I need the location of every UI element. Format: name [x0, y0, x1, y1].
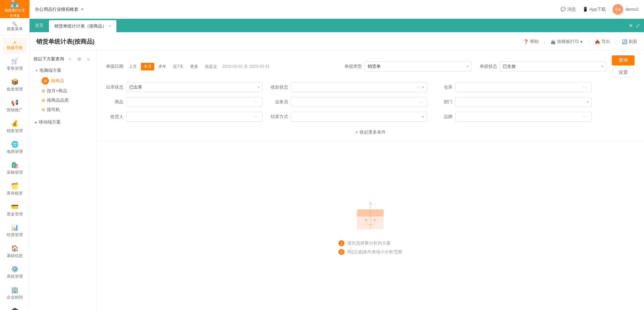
panel-collapse-btn[interactable]: «: [85, 55, 92, 63]
settlement-label: 结算方式: [268, 114, 288, 120]
sidebar-item-retail[interactable]: 🛒 零售管理: [0, 54, 30, 75]
brand-dots-icon[interactable]: ···: [583, 114, 587, 120]
sidebar-item-marketing[interactable]: 📢 营销推广: [0, 96, 30, 116]
app-download-btn[interactable]: 📱 App下载: [583, 6, 606, 12]
basic-icon: 🏠: [11, 245, 18, 252]
field-settlement: 结算方式 ▾: [268, 112, 427, 122]
sidebar-item-inventory[interactable]: 🗂️ 库存核算: [0, 179, 30, 200]
page-title: 销货单统计表(按商品): [36, 38, 95, 46]
date-tab-more[interactable]: 更多: [187, 63, 201, 70]
user-avatar: Ea: [612, 4, 623, 15]
tree-parent-mobile[interactable]: ▶ 移动端方案: [32, 117, 94, 127]
sidebar-item-guide[interactable]: 🎓 新手引导: [0, 304, 30, 310]
warehouse-dropdown[interactable]: ···: [455, 82, 592, 92]
payment-dropdown[interactable]: ··· ▾: [291, 82, 427, 92]
sidebar-item-finance[interactable]: 💳 资金管理: [0, 200, 30, 220]
doc-status-dropdown[interactable]: 已生效 ▾: [500, 61, 606, 71]
sidebar-item-wholesale[interactable]: 📦 批发管理: [0, 75, 30, 96]
sidebar-quick-nav[interactable]: ⚡ 快捷导航: [3, 38, 27, 53]
help-label: 帮助: [530, 39, 539, 45]
sidebar-finance-label: 资金管理: [7, 211, 23, 217]
tip-num-1: 1: [338, 240, 344, 246]
date-tab-this-year[interactable]: 本年: [156, 63, 169, 70]
tree-child-by-category[interactable]: ⊞ 按商品品类: [32, 96, 94, 105]
dept-dropdown[interactable]: ▾: [455, 97, 592, 107]
window-close-btn[interactable]: ✕: [629, 22, 633, 29]
dropdown-arrow-icon[interactable]: ▾: [81, 7, 84, 12]
collapse-btn[interactable]: ∧ 收起更多条件: [355, 129, 386, 135]
sidebar: 🏪 畅捷通好生意 标准版 🔍 搜索菜单 ⚡ 快捷导航 🛒 零售管理 📦 批发管理…: [0, 0, 30, 310]
tip-num-2: 2: [338, 249, 344, 255]
tree-icon-3: ⊞: [42, 107, 45, 112]
tab-home-label: 首页: [35, 22, 44, 29]
panel-add-btn[interactable]: ＋: [66, 55, 73, 63]
operations-icon: 📊: [11, 224, 18, 231]
tip-text-2: 用[过滤]条件来缩小分析范围: [347, 249, 402, 255]
settlement-dropdown[interactable]: ▾: [291, 112, 427, 122]
sidebar-item-operations[interactable]: 📊 经营管理: [0, 220, 30, 241]
template-print-btn[interactable]: 🖨️ 按模板打印 ▾: [550, 39, 583, 45]
warehouse-dots-icon[interactable]: ···: [583, 84, 587, 90]
ecommerce-icon: 🌐: [11, 141, 18, 148]
receiver-dropdown[interactable]: ···: [126, 112, 263, 122]
sidebar-item-ecommerce[interactable]: 🌐 电商管理: [0, 137, 30, 158]
sidebar-item-purchase[interactable]: 🛍️ 采购管理: [0, 158, 30, 179]
logo-icon: 🏪: [10, 0, 19, 7]
message-btn[interactable]: 💬 消息: [560, 6, 576, 12]
app-logo[interactable]: 🏪 畅捷通好生意 标准版: [0, 0, 30, 18]
date-tab-7days[interactable]: 近7天: [170, 63, 186, 70]
tree-group-desktop: ▼ 电脑端方案 按 按商品 ⊞ 按月+商品 ⊞ 按商品品类: [30, 65, 96, 114]
settings-btn[interactable]: 设置: [613, 67, 634, 78]
sidebar-marketing-label: 营销推广: [7, 107, 23, 113]
sidebar-search[interactable]: 🔍 搜索菜单: [0, 18, 30, 36]
tree-parent-desktop[interactable]: ▼ 电脑端方案: [32, 65, 94, 75]
window-maximize-btn[interactable]: ⤢: [636, 22, 640, 29]
collapse-row: ∧ 收起更多条件: [103, 126, 637, 138]
app-download-label: App下载: [589, 6, 606, 12]
date-tab-this-month[interactable]: 本月: [141, 63, 154, 70]
panel-settings-btn[interactable]: ⚙: [75, 55, 83, 63]
tab-active[interactable]: 销货单统计计表（按商品） ×: [49, 20, 116, 32]
tab-home[interactable]: 首页: [30, 19, 49, 32]
user-menu[interactable]: Ea demo2: [612, 4, 639, 15]
product-label: 商品: [103, 99, 123, 105]
staff-label: 业务员: [268, 99, 288, 105]
tabbar-right: ✕ ⤢: [629, 22, 644, 29]
export-btn[interactable]: 📤 导出: [595, 39, 610, 45]
product-dropdown[interactable]: ···: [126, 97, 263, 107]
help-btn[interactable]: ❓ 帮助: [523, 39, 539, 45]
date-tab-custom[interactable]: 自定义: [202, 63, 220, 70]
field-brand: 品牌 ···: [432, 112, 592, 122]
field-warehouse: 仓库 ···: [432, 82, 592, 92]
payment-dots-icon[interactable]: ···: [416, 84, 421, 90]
field-date: 单据日期 上月 本月 本年 近7天 更多 自定义 20: [103, 63, 336, 70]
tabbar: 首页 销货单统计计表（按商品） × ✕ ⤢: [30, 19, 644, 32]
app-download-icon: 📱: [583, 7, 588, 12]
sidebar-item-sales[interactable]: 💰 销售管理: [0, 116, 30, 137]
empty-tips: 1 请先选择要分析的方案 2 用[过滤]条件来缩小分析范围: [338, 240, 402, 255]
out-status-dropdown[interactable]: 已出库 ▾: [126, 82, 263, 92]
query-btn[interactable]: 查询: [612, 55, 635, 65]
left-panel: 按以下方案查询 ＋ ⚙ « ▼ 电脑端方案 按 按商品: [30, 50, 97, 310]
marketing-icon: 📢: [11, 99, 18, 106]
staff-dots-icon[interactable]: ···: [418, 99, 423, 105]
date-tab-last-month[interactable]: 上月: [126, 63, 140, 70]
receiver-dots-icon[interactable]: ···: [254, 114, 258, 120]
sidebar-item-basic[interactable]: 🏠 基础信息: [0, 241, 30, 262]
date-label: 单据日期: [103, 63, 123, 69]
staff-dropdown[interactable]: ···: [291, 97, 427, 107]
field-product: 商品 ···: [103, 97, 263, 107]
tree-child-by-month-product[interactable]: ⊞ 按月+商品: [32, 86, 94, 96]
brand-dropdown[interactable]: ···: [455, 112, 592, 122]
product-dots-icon[interactable]: ···: [254, 99, 258, 105]
tree-child-by-driver[interactable]: ⊞ 按司机: [32, 105, 94, 114]
tab-close-btn[interactable]: ×: [109, 24, 111, 29]
refresh-btn[interactable]: 🔄 刷新: [622, 39, 637, 45]
template-print-label: 按模板打印: [557, 39, 579, 45]
doc-type-dropdown[interactable]: 销货单 ▾: [365, 61, 471, 71]
sidebar-item-system[interactable]: ⚙️ 系统管理: [0, 262, 30, 283]
doc-status-value: 已生效: [503, 63, 601, 69]
tree-child-by-product[interactable]: 按 按商品: [32, 75, 94, 86]
sidebar-item-enterprise[interactable]: 🏢 企业协同: [0, 283, 30, 304]
date-range-text: 2023-03-01 至 2023-03-31: [222, 64, 270, 69]
